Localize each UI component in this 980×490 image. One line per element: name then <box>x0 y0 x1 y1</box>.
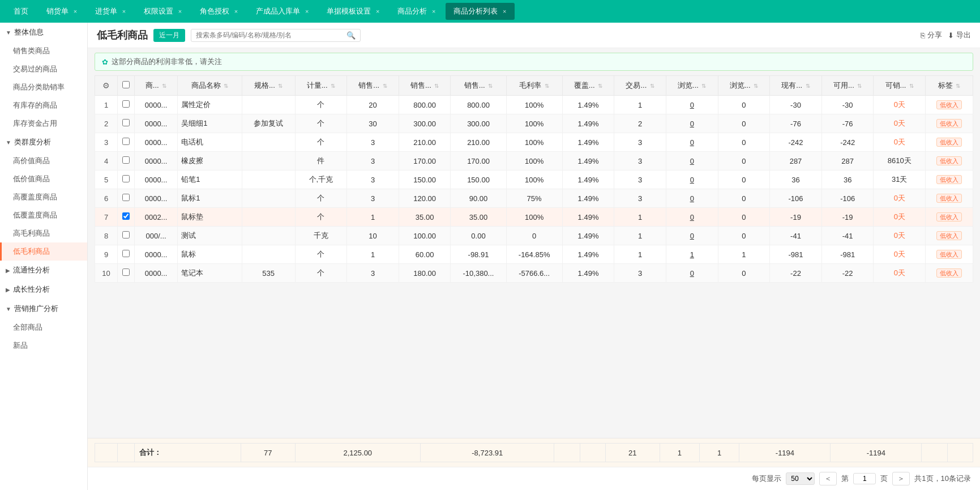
close-icon[interactable]: × <box>122 8 126 15</box>
sidebar-item-low-profit[interactable]: 低毛利商品 <box>0 242 87 261</box>
sidebar-item-high-value[interactable]: 高价值商品 <box>0 152 87 170</box>
nav-role-auth[interactable]: 角色授权 × <box>192 3 246 20</box>
cell-checkbox[interactable] <box>118 171 135 189</box>
nav-product-entry[interactable]: 产成品入库单 × <box>248 3 316 20</box>
row-checkbox[interactable] <box>122 119 130 126</box>
sidebar-item-low-coverage[interactable]: 低覆盖度商品 <box>0 206 87 224</box>
th-gross-rate[interactable]: 毛利率 ⇅ <box>506 76 562 96</box>
th-sale-amount[interactable]: 销售... ⇅ <box>399 76 451 96</box>
cell-view1[interactable]: 0 <box>666 152 718 171</box>
cell-checkbox[interactable] <box>118 189 135 208</box>
close-icon[interactable]: × <box>74 8 77 15</box>
cell-checkbox[interactable] <box>118 114 135 133</box>
cell-checkbox[interactable] <box>118 133 135 152</box>
sidebar-section-overall[interactable]: ▼ 整体信息 <box>0 23 87 42</box>
search-icon[interactable]: 🔍 <box>346 31 356 40</box>
close-icon[interactable]: × <box>305 8 309 15</box>
next-page-button[interactable]: ＞ <box>892 472 910 485</box>
close-icon[interactable]: × <box>432 8 435 15</box>
th-settings[interactable]: ⚙ <box>95 76 118 96</box>
sidebar-item-capital[interactable]: 库存资金占用 <box>0 114 87 133</box>
nav-permissions[interactable]: 权限设置 × <box>136 3 190 20</box>
cell-view1[interactable]: 0 <box>666 133 718 152</box>
close-icon[interactable]: × <box>503 8 506 15</box>
sidebar-item-category-rate[interactable]: 商品分类助销率 <box>0 78 87 96</box>
search-input[interactable] <box>196 31 344 39</box>
th-available[interactable]: 可用... ⇅ <box>821 76 874 96</box>
cell-view1[interactable]: 0 <box>666 96 718 114</box>
cell-checkbox[interactable] <box>118 208 135 227</box>
sidebar-item-traded-products[interactable]: 交易过的商品 <box>0 60 87 78</box>
sidebar-item-in-stock[interactable]: 有库存的商品 <box>0 96 87 114</box>
th-trade-count[interactable]: 交易... ⇅ <box>614 76 666 96</box>
th-tag[interactable]: 标签 ⇅ <box>926 76 973 96</box>
th-sale-profit[interactable]: 销售... ⇅ <box>451 76 506 96</box>
cell-name[interactable]: 测试 <box>178 227 242 245</box>
th-current[interactable]: 现有... ⇅ <box>770 76 822 96</box>
th-saleable[interactable]: 可销... ⇅ <box>874 76 926 96</box>
th-code[interactable]: 商... ⇅ <box>135 76 178 96</box>
close-icon[interactable]: × <box>376 8 379 15</box>
select-all-checkbox[interactable] <box>122 81 130 88</box>
th-unit[interactable]: 计量... ⇅ <box>295 76 347 96</box>
th-spec[interactable]: 规格... ⇅ <box>242 76 295 96</box>
sidebar-section-group[interactable]: ▼ 类群度分析 <box>0 133 87 152</box>
sidebar-section-growth[interactable]: ▶ 成长性分析 <box>0 280 87 299</box>
row-checkbox[interactable] <box>122 138 130 145</box>
cell-checkbox[interactable] <box>118 152 135 171</box>
cell-view1[interactable]: 0 <box>666 114 718 133</box>
close-icon[interactable]: × <box>234 8 238 15</box>
cell-name[interactable]: 鼠标1 <box>178 189 242 208</box>
share-button[interactable]: ⎘ 分享 <box>921 30 942 40</box>
export-button[interactable]: ⬇ 导出 <box>948 30 971 40</box>
cell-checkbox[interactable] <box>118 264 135 283</box>
nav-sales-order[interactable]: 销货单 × <box>38 3 85 20</box>
sidebar-section-circulation[interactable]: ▶ 流通性分析 <box>0 261 87 280</box>
row-checkbox[interactable] <box>122 231 130 238</box>
cell-name[interactable]: 鼠标垫 <box>178 208 242 227</box>
cell-name[interactable]: 鼠标 <box>178 245 242 264</box>
th-coverage[interactable]: 覆盖... ⇅ <box>562 76 614 96</box>
sidebar-item-high-profit[interactable]: 高毛利商品 <box>0 224 87 242</box>
cell-name[interactable]: 铅笔1 <box>178 171 242 189</box>
cell-name[interactable]: 笔记本 <box>178 264 242 283</box>
sidebar-item-all-products[interactable]: 全部商品 <box>0 318 87 336</box>
row-checkbox[interactable] <box>122 194 130 201</box>
settings-icon[interactable]: ⚙ <box>102 81 110 90</box>
sidebar-item-high-coverage[interactable]: 高覆盖度商品 <box>0 188 87 206</box>
th-view2[interactable]: 浏览... ⇅ <box>718 76 770 96</box>
cell-view1[interactable]: 0 <box>666 171 718 189</box>
sidebar-item-sales-products[interactable]: 销售类商品 <box>0 42 87 60</box>
th-sale-count[interactable]: 销售... ⇅ <box>347 76 399 96</box>
nav-home[interactable]: 首页 <box>6 3 36 20</box>
cell-checkbox[interactable] <box>118 96 135 114</box>
sidebar-item-low-value[interactable]: 低价值商品 <box>0 170 87 188</box>
row-checkbox[interactable] <box>122 212 130 220</box>
nav-purchase-order[interactable]: 进货单 × <box>87 3 134 20</box>
row-checkbox[interactable] <box>122 269 130 276</box>
nav-product-analysis-list[interactable]: 商品分析列表 × <box>446 3 514 20</box>
row-checkbox[interactable] <box>122 156 130 164</box>
cell-view1[interactable]: 0 <box>666 227 718 245</box>
cell-name[interactable]: 橡皮擦 <box>178 152 242 171</box>
cell-checkbox[interactable] <box>118 227 135 245</box>
cell-view1[interactable]: 0 <box>666 264 718 283</box>
page-number-input[interactable] <box>853 473 876 484</box>
prev-page-button[interactable]: ＜ <box>819 472 837 485</box>
cell-name[interactable]: 属性定价 <box>178 96 242 114</box>
row-checkbox[interactable] <box>122 100 130 108</box>
sidebar-item-new-products[interactable]: 新品 <box>0 336 87 355</box>
row-checkbox[interactable] <box>122 175 130 182</box>
cell-name[interactable]: 电话机 <box>178 133 242 152</box>
cell-view1[interactable]: 1 <box>666 245 718 264</box>
sidebar-section-marketing[interactable]: ▼ 营销推广分析 <box>0 299 87 318</box>
th-name[interactable]: 商品名称 ⇅ <box>178 76 242 96</box>
time-filter-button[interactable]: 近一月 <box>153 29 185 42</box>
per-page-select[interactable]: 50 100 200 <box>786 472 815 485</box>
cell-view1[interactable]: 0 <box>666 208 718 227</box>
nav-product-analysis[interactable]: 商品分析 × <box>390 3 443 20</box>
row-checkbox[interactable] <box>122 250 130 257</box>
nav-template-settings[interactable]: 单据模板设置 × <box>319 3 387 20</box>
th-view1[interactable]: 浏览... ⇅ <box>666 76 718 96</box>
cell-checkbox[interactable] <box>118 245 135 264</box>
